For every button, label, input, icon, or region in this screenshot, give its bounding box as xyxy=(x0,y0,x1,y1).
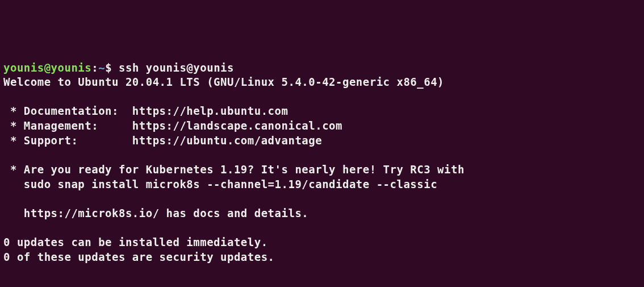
prompt-dollar: $ xyxy=(105,61,119,74)
prompt-colon: : xyxy=(91,61,98,74)
motd-updates-1: 0 updates can be installed immediately. xyxy=(3,236,268,248)
terminal-output[interactable]: younis@younis:~$ ssh younis@younis Welco… xyxy=(3,61,641,287)
motd-kubernetes-2: sudo snap install microk8s --channel=1.1… xyxy=(3,178,437,190)
motd-updates-2: 0 of these updates are security updates. xyxy=(3,251,275,263)
prompt-path: ~ xyxy=(98,61,105,74)
motd-kubernetes-3: https://microk8s.io/ has docs and detail… xyxy=(3,207,308,219)
motd-welcome: Welcome to Ubuntu 20.04.1 LTS (GNU/Linux… xyxy=(3,76,444,88)
command-text: ssh younis@younis xyxy=(119,61,234,74)
prompt-user-host: younis@younis xyxy=(3,61,91,74)
motd-support: * Support: https://ubuntu.com/advantage xyxy=(3,134,322,147)
prompt-line-1: younis@younis:~$ ssh younis@younis xyxy=(3,61,234,74)
motd-kubernetes-1: * Are you ready for Kubernetes 1.19? It'… xyxy=(3,163,465,176)
motd-management: * Management: https://landscape.canonica… xyxy=(3,119,342,132)
motd-documentation: * Documentation: https://help.ubuntu.com xyxy=(3,105,288,117)
